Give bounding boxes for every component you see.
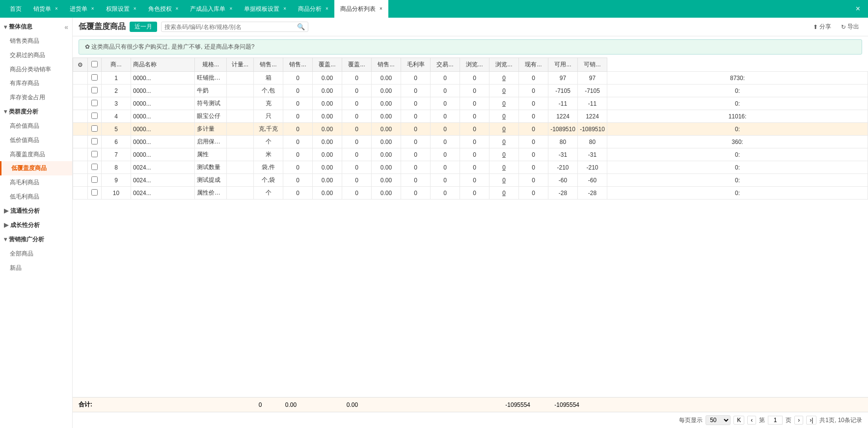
col-header-sales-amt[interactable]: 销售... xyxy=(283,58,313,72)
col-header-saleable[interactable]: 可销... xyxy=(578,58,607,72)
cell-name: 旺铺批次测试 xyxy=(195,72,227,85)
cell-view1[interactable]: 0 xyxy=(489,148,519,161)
col-header-cover1[interactable]: 覆盖... xyxy=(313,58,342,72)
row-checkbox[interactable] xyxy=(91,176,98,183)
nav-item-finished-goods[interactable]: 产成品入库单 × xyxy=(184,0,238,18)
cell-check[interactable] xyxy=(88,136,102,148)
cell-check[interactable] xyxy=(88,72,102,85)
collapse-icon[interactable]: « xyxy=(64,23,68,31)
sidebar-item-low-margin[interactable]: 低毛利商品 xyxy=(0,190,72,204)
sidebar-item-stock-goods[interactable]: 有库存商品 xyxy=(0,76,72,90)
sidebar-item-high-value[interactable]: 高价值商品 xyxy=(0,119,72,133)
nav-item-permissions[interactable]: 权限设置 × xyxy=(100,0,142,18)
cell-view1[interactable]: 0 xyxy=(489,85,519,97)
cell-check[interactable] xyxy=(88,110,102,123)
sidebar-section-marketing[interactable]: ▾ 营销推广分析 xyxy=(0,232,72,247)
last-page-button[interactable]: ›| xyxy=(806,416,816,425)
cell-view1[interactable]: 0 xyxy=(489,110,519,123)
cell-check[interactable] xyxy=(88,174,102,187)
col-header-available[interactable]: 可用... xyxy=(548,58,578,72)
next-page-button[interactable]: › xyxy=(794,416,803,425)
cell-view1[interactable]: 0 xyxy=(489,187,519,200)
sidebar-item-high-margin[interactable]: 高毛利商品 xyxy=(0,175,72,190)
row-checkbox[interactable] xyxy=(91,100,98,106)
col-header-spec[interactable]: 规格... xyxy=(195,58,227,72)
cell-check[interactable] xyxy=(88,85,102,97)
row-checkbox[interactable] xyxy=(91,87,98,93)
cell-view1[interactable]: 0 xyxy=(489,72,519,85)
close-icon[interactable]: × xyxy=(326,0,328,18)
sidebar-section-cluster[interactable]: ▾ 类群度分析 xyxy=(0,105,72,119)
sidebar-item-low-value[interactable]: 低价值商品 xyxy=(0,133,72,147)
current-page-input[interactable] xyxy=(768,416,783,425)
close-icon[interactable]: × xyxy=(380,0,382,18)
close-icon[interactable]: × xyxy=(229,0,232,18)
nav-item-goods-analysis-list[interactable]: 商品分析列表 × xyxy=(334,0,388,18)
export-button[interactable]: ↻ 导出 xyxy=(838,22,862,32)
share-button[interactable]: ⬆ 分享 xyxy=(810,22,834,32)
nav-item-roles[interactable]: 角色授权 × xyxy=(142,0,185,18)
col-header-view1[interactable]: 浏览... xyxy=(460,58,489,72)
sidebar-item-stock-capital[interactable]: 库存资金占用 xyxy=(0,90,72,105)
col-header-cover2[interactable]: 覆盖... xyxy=(342,58,372,72)
first-page-button[interactable]: K xyxy=(733,416,744,425)
col-header-code[interactable]: 商... xyxy=(102,58,131,72)
cell-check[interactable] xyxy=(88,187,102,200)
cell-view1[interactable]: 0 xyxy=(489,136,519,148)
row-checkbox[interactable] xyxy=(91,189,98,196)
window-close-button[interactable]: × xyxy=(852,4,864,13)
sidebar-item-all-goods[interactable]: 全部商品 xyxy=(0,247,72,261)
row-checkbox[interactable] xyxy=(91,151,98,157)
nav-item-purchase[interactable]: 进货单 × xyxy=(64,0,100,18)
col-header-sales3[interactable]: 销售... xyxy=(372,58,401,72)
sidebar-item-category-rate[interactable]: 商品分类动销率 xyxy=(0,62,72,77)
col-header-trade[interactable]: 交易... xyxy=(431,58,460,72)
col-header-gross[interactable]: 毛利率 xyxy=(401,58,431,72)
row-checkbox[interactable] xyxy=(91,74,98,81)
close-icon[interactable]: × xyxy=(55,0,58,18)
sidebar-section-growth[interactable]: ▶ 成长性分析 xyxy=(0,218,72,232)
col-header-current[interactable]: 现有... xyxy=(519,58,548,72)
row-checkbox[interactable] xyxy=(91,113,98,119)
col-header-gear[interactable]: ⚙ xyxy=(73,58,88,72)
cell-view1[interactable]: 0 xyxy=(489,174,519,187)
sidebar-item-traded-goods[interactable]: 交易过的商品 xyxy=(0,48,72,62)
close-icon[interactable]: × xyxy=(283,0,286,18)
sidebar-item-high-coverage[interactable]: 高覆盖度商品 xyxy=(0,147,72,162)
date-filter-button[interactable]: 近一月 xyxy=(130,22,157,32)
sidebar-section-overall[interactable]: ▾ 整体信息 « xyxy=(0,20,72,34)
table-container[interactable]: ⚙ 商... 商品名称 规格... 计量... 销售... 销售... 覆盖..… xyxy=(73,57,868,397)
cell-check[interactable] xyxy=(88,97,102,110)
sidebar-item-sales-goods[interactable]: 销售类商品 xyxy=(0,34,72,48)
nav-item-goods-analysis[interactable]: 商品分析 × xyxy=(292,0,334,18)
cell-check[interactable] xyxy=(88,161,102,174)
cell-sales-amt: 0.00 xyxy=(313,136,342,148)
cell-view1[interactable]: 0 xyxy=(489,161,519,174)
sidebar-item-new-goods[interactable]: 新品 xyxy=(0,261,72,275)
col-header-name[interactable]: 商品名称 xyxy=(131,58,195,72)
nav-item-home[interactable]: 首页 xyxy=(4,0,27,18)
sidebar-item-low-coverage[interactable]: 低覆盖度商品 xyxy=(0,161,72,175)
close-icon[interactable]: × xyxy=(176,0,179,18)
nav-item-templates[interactable]: 单据模板设置 × xyxy=(238,0,292,18)
cell-view1[interactable]: 0 xyxy=(489,123,519,136)
nav-item-sales[interactable]: 销货单 × xyxy=(27,0,64,18)
cell-view1[interactable]: 0 xyxy=(489,97,519,110)
close-icon[interactable]: × xyxy=(134,0,136,18)
col-header-view2[interactable]: 浏览... xyxy=(489,58,519,72)
cell-check[interactable] xyxy=(88,123,102,136)
col-header-sales-qty[interactable]: 销售... xyxy=(254,58,283,72)
sidebar-section-circulation[interactable]: ▶ 流通性分析 xyxy=(0,204,72,218)
cell-name: 测试提成 xyxy=(195,174,227,187)
select-all-checkbox[interactable] xyxy=(91,61,98,67)
search-input[interactable] xyxy=(164,24,295,30)
close-icon[interactable]: × xyxy=(91,0,94,18)
col-header-unit[interactable]: 计量... xyxy=(227,58,254,72)
row-checkbox[interactable] xyxy=(91,164,98,170)
row-checkbox[interactable] xyxy=(91,138,98,144)
row-checkbox[interactable] xyxy=(91,125,98,132)
cell-check[interactable] xyxy=(88,148,102,161)
search-icon[interactable]: 🔍 xyxy=(297,23,305,30)
page-size-select[interactable]: 50 100 200 xyxy=(705,415,731,425)
prev-page-button[interactable]: ‹ xyxy=(747,416,756,425)
